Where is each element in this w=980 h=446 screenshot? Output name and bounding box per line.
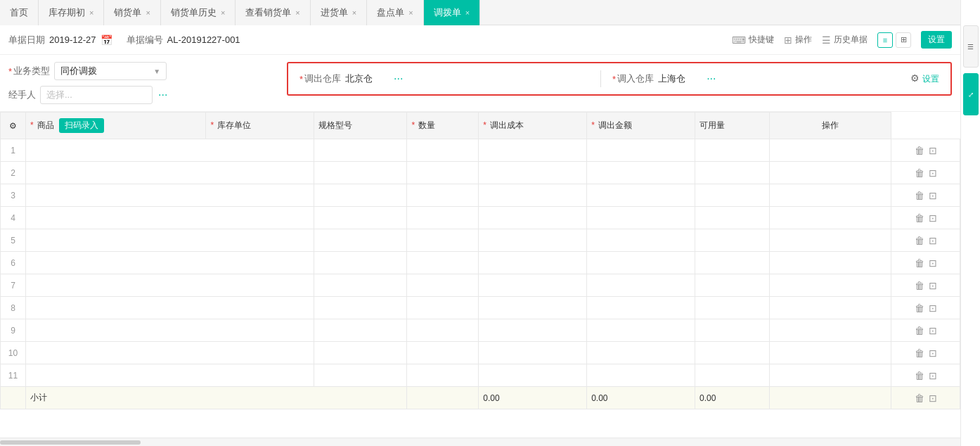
- row-copy-icon[interactable]: ⊡: [929, 370, 937, 381]
- layout-grid-icon[interactable]: ⊞: [896, 32, 911, 48]
- row-unit[interactable]: [314, 319, 407, 342]
- row-delete-icon[interactable]: 🗑: [915, 235, 924, 246]
- row-spec[interactable]: [407, 252, 479, 274]
- row-available[interactable]: [770, 229, 891, 252]
- tab-sales-history-close[interactable]: ×: [221, 8, 225, 17]
- row-delete-icon[interactable]: 🗑: [915, 370, 924, 381]
- row-delete-icon[interactable]: 🗑: [915, 167, 924, 179]
- row-copy-icon[interactable]: ⊡: [929, 302, 937, 314]
- row-available[interactable]: [770, 319, 891, 342]
- row-cost[interactable]: [587, 139, 695, 162]
- row-delete-icon[interactable]: 🗑: [915, 280, 924, 291]
- row-copy-icon[interactable]: ⊡: [929, 348, 937, 359]
- row-copy-icon[interactable]: ⊡: [929, 235, 937, 246]
- scan-button[interactable]: 扫码录入: [59, 118, 104, 133]
- row-cost[interactable]: [587, 297, 695, 319]
- transfer-in-more-button[interactable]: ···: [707, 72, 716, 85]
- row-available[interactable]: [770, 297, 891, 319]
- row-delete-icon[interactable]: 🗑: [915, 348, 924, 359]
- row-unit[interactable]: [314, 342, 407, 364]
- col-settings[interactable]: ⚙: [1, 113, 26, 139]
- row-copy-icon[interactable]: ⊡: [929, 212, 937, 224]
- row-amount[interactable]: [695, 207, 769, 229]
- row-qty[interactable]: [479, 297, 587, 319]
- row-qty[interactable]: [479, 319, 587, 342]
- row-available[interactable]: [770, 274, 891, 297]
- row-delete-icon[interactable]: 🗑: [915, 190, 924, 201]
- row-unit[interactable]: [314, 297, 407, 319]
- row-amount[interactable]: [695, 364, 769, 387]
- row-cost[interactable]: [587, 342, 695, 364]
- tab-sales-order-close[interactable]: ×: [146, 8, 150, 17]
- row-available[interactable]: [770, 139, 891, 162]
- row-unit[interactable]: [314, 139, 407, 162]
- tab-inventory-init[interactable]: 库存期初 ×: [39, 0, 104, 25]
- row-copy-icon[interactable]: ⊡: [929, 257, 937, 269]
- row-qty[interactable]: [479, 229, 587, 252]
- row-spec[interactable]: [407, 342, 479, 364]
- history-button[interactable]: ☰ 历史单据: [822, 34, 868, 46]
- horizontal-scrollbar[interactable]: [0, 440, 141, 445]
- row-qty[interactable]: [479, 364, 587, 387]
- operations-button[interactable]: ⊞ 操作: [784, 34, 812, 46]
- row-delete-icon[interactable]: 🗑: [915, 257, 924, 269]
- row-unit[interactable]: [314, 274, 407, 297]
- subtotal-copy-icon[interactable]: ⊡: [929, 393, 937, 404]
- row-available[interactable]: [770, 162, 891, 184]
- row-available[interactable]: [770, 207, 891, 229]
- row-spec[interactable]: [407, 207, 479, 229]
- sidebar-list-button[interactable]: ☰: [963, 25, 979, 68]
- row-cost[interactable]: [587, 162, 695, 184]
- tab-view-sales[interactable]: 查看销货单 ×: [236, 0, 310, 25]
- row-available[interactable]: [770, 364, 891, 387]
- row-product[interactable]: [26, 252, 314, 274]
- row-spec[interactable]: [407, 274, 479, 297]
- row-product[interactable]: [26, 139, 314, 162]
- row-amount[interactable]: [695, 184, 769, 207]
- row-qty[interactable]: [479, 184, 587, 207]
- row-spec[interactable]: [407, 364, 479, 387]
- row-qty[interactable]: [479, 162, 587, 184]
- row-product[interactable]: [26, 319, 314, 342]
- row-spec[interactable]: [407, 229, 479, 252]
- tab-sales-history[interactable]: 销货单历史 ×: [161, 0, 236, 25]
- row-cost[interactable]: [587, 252, 695, 274]
- row-qty[interactable]: [479, 139, 587, 162]
- row-copy-icon[interactable]: ⊡: [929, 325, 937, 336]
- row-amount[interactable]: [695, 252, 769, 274]
- row-cost[interactable]: [587, 184, 695, 207]
- row-delete-icon[interactable]: 🗑: [915, 325, 924, 336]
- calendar-icon[interactable]: 📅: [101, 34, 112, 46]
- tab-transfer[interactable]: 调拨单 ×: [424, 0, 480, 25]
- row-unit[interactable]: [314, 162, 407, 184]
- row-amount[interactable]: [695, 342, 769, 364]
- row-spec[interactable]: [407, 319, 479, 342]
- row-spec[interactable]: [407, 184, 479, 207]
- row-product[interactable]: [26, 342, 314, 364]
- row-cost[interactable]: [587, 364, 695, 387]
- tab-transfer-close[interactable]: ×: [465, 8, 470, 17]
- row-qty[interactable]: [479, 207, 587, 229]
- row-product[interactable]: [26, 364, 314, 387]
- row-product[interactable]: [26, 229, 314, 252]
- sidebar-expand-button[interactable]: ⤢: [963, 73, 979, 115]
- row-available[interactable]: [770, 252, 891, 274]
- tab-stocktake[interactable]: 盘点单 ×: [367, 0, 423, 25]
- row-delete-icon[interactable]: 🗑: [915, 145, 924, 156]
- row-amount[interactable]: [695, 297, 769, 319]
- row-amount[interactable]: [695, 162, 769, 184]
- row-available[interactable]: [770, 342, 891, 364]
- row-product[interactable]: [26, 207, 314, 229]
- tab-sales-order[interactable]: 销货单 ×: [104, 0, 160, 25]
- row-unit[interactable]: [314, 184, 407, 207]
- tab-inventory-init-close[interactable]: ×: [89, 8, 94, 17]
- row-unit[interactable]: [314, 207, 407, 229]
- row-delete-icon[interactable]: 🗑: [915, 302, 924, 314]
- handler-select[interactable]: 选择...: [40, 86, 153, 104]
- settings-button[interactable]: 设置: [921, 31, 952, 49]
- row-spec[interactable]: [407, 139, 479, 162]
- tab-view-sales-close[interactable]: ×: [295, 8, 299, 17]
- row-product[interactable]: [26, 297, 314, 319]
- row-cost[interactable]: [587, 229, 695, 252]
- row-qty[interactable]: [479, 274, 587, 297]
